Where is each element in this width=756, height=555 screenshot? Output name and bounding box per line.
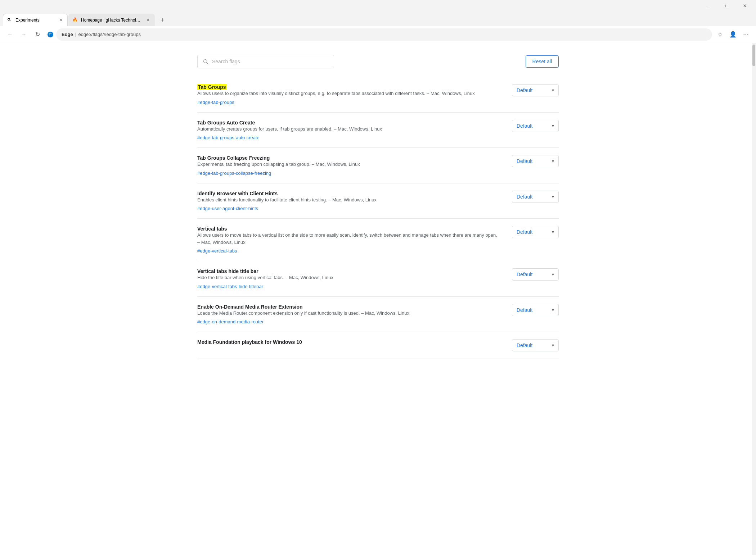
flag-control[interactable]: Default ▾ <box>512 304 559 316</box>
flag-link[interactable]: #edge-tab-groups <box>197 100 234 105</box>
flag-control[interactable]: Default ▾ <box>512 84 559 96</box>
chevron-down-icon: ▾ <box>552 308 554 313</box>
flag-control[interactable]: Default ▾ <box>512 268 559 281</box>
flag-select-value: Default <box>517 158 532 164</box>
flag-description: Enables client hints functionality to fa… <box>197 196 498 204</box>
flag-link[interactable]: #edge-user-agent-client-hints <box>197 206 258 211</box>
flag-title: Enable On-Demand Media Router Extension <box>197 304 303 310</box>
search-container: Reset all <box>180 55 576 77</box>
flag-info: Enable On-Demand Media Router Extension … <box>197 304 498 325</box>
search-bar[interactable] <box>197 55 334 68</box>
flag-description: Hide the title bar when using vertical t… <box>197 274 498 281</box>
toolbar-right: ☆ 👤 ⋯ <box>714 29 752 40</box>
flag-title: Vertical tabs hide title bar <box>197 268 258 274</box>
chevron-down-icon: ▾ <box>552 123 554 128</box>
tab-experiments-label: Experiments <box>15 18 55 23</box>
flag-control[interactable]: Default ▾ <box>512 191 559 203</box>
tab-experiments[interactable]: ⚗ Experiments ✕ <box>3 14 68 26</box>
profile-button[interactable]: 👤 <box>727 29 739 40</box>
flag-select-flag-on-demand-media-router[interactable]: Default ▾ <box>512 304 559 316</box>
flag-title: Identify Browser with Client Hints <box>197 191 278 196</box>
flag-select-flag-vertical-tabs-hide-title-bar[interactable]: Default ▾ <box>512 268 559 281</box>
tab-experiments-close[interactable]: ✕ <box>58 17 64 23</box>
flag-select-flag-vertical-tabs[interactable]: Default ▾ <box>512 226 559 238</box>
title-bar: ─ □ ✕ <box>0 0 756 12</box>
flag-select-value: Default <box>517 229 532 235</box>
flag-item-flag-identify-browser-client-hints: Identify Browser with Client Hints Enabl… <box>197 183 559 219</box>
flag-select-value: Default <box>517 87 532 93</box>
flag-description: Allows users to organize tabs into visua… <box>197 90 498 97</box>
ghacks-tab-icon: 🔥 <box>72 17 78 23</box>
search-input[interactable] <box>212 59 329 64</box>
chevron-down-icon: ▾ <box>552 229 554 235</box>
flags-list: Tab Groups Allows users to organize tabs… <box>180 77 576 359</box>
new-tab-button[interactable]: + <box>157 15 168 25</box>
flag-select-value: Default <box>517 123 532 129</box>
address-url: edge://flags/#edge-tab-groups <box>78 32 140 37</box>
chevron-down-icon: ▾ <box>552 88 554 93</box>
page-content: Reset all Tab Groups Allows users to org… <box>0 43 756 555</box>
toolbar: ← → ↻ Edge | edge://flags/#edge-tab-grou… <box>0 26 756 43</box>
minimize-button[interactable]: ─ <box>701 0 717 12</box>
address-brand: Edge <box>62 32 73 37</box>
address-bar[interactable]: Edge | edge://flags/#edge-tab-groups <box>56 28 712 41</box>
chevron-down-icon: ▾ <box>552 343 554 348</box>
flag-description: Loads the Media Router component extensi… <box>197 310 498 317</box>
flag-title: Tab Groups Auto Create <box>197 120 255 126</box>
flag-select-flag-tab-groups-auto-create[interactable]: Default ▾ <box>512 120 559 132</box>
flag-select-flag-tab-groups-collapse-freezing[interactable]: Default ▾ <box>512 155 559 167</box>
flag-info: Identify Browser with Client Hints Enabl… <box>197 191 498 211</box>
tab-ghacks[interactable]: 🔥 Homepage | gHacks Technology ✕ <box>68 14 155 26</box>
flag-info: Vertical tabs hide title bar Hide the ti… <box>197 268 498 289</box>
back-button[interactable]: ← <box>4 29 16 40</box>
flag-description: Experimental tab freezing upon collapsin… <box>197 161 498 168</box>
chevron-down-icon: ▾ <box>552 194 554 199</box>
flag-link[interactable]: #edge-tab-groups-collapse-freezing <box>197 170 271 176</box>
flag-link[interactable]: #edge-vertical-tabs <box>197 248 237 254</box>
reset-all-button[interactable]: Reset all <box>526 55 559 68</box>
browser-content: Reset all Tab Groups Allows users to org… <box>0 43 756 555</box>
flag-title: Tab Groups <box>197 84 227 90</box>
flag-link[interactable]: #edge-vertical-tabs-hide-titlebar <box>197 284 263 289</box>
flag-item-flag-media-foundation-playback: Media Foundation playback for Windows 10… <box>197 332 559 359</box>
edge-logo <box>47 31 54 38</box>
maximize-button[interactable]: □ <box>719 0 735 12</box>
flag-description: Automatically creates groups for users, … <box>197 126 498 133</box>
flag-info: Tab Groups Allows users to organize tabs… <box>197 84 498 105</box>
address-text: Edge | edge://flags/#edge-tab-groups <box>62 32 141 37</box>
flag-item-flag-on-demand-media-router: Enable On-Demand Media Router Extension … <box>197 297 559 332</box>
flag-select-flag-media-foundation-playback[interactable]: Default ▾ <box>512 339 559 351</box>
flag-select-flag-tab-groups[interactable]: Default ▾ <box>512 84 559 96</box>
flag-control[interactable]: Default ▾ <box>512 155 559 167</box>
tab-bar: ⚗ Experiments ✕ 🔥 Homepage | gHacks Tech… <box>0 12 756 26</box>
svg-line-1 <box>207 63 208 64</box>
close-button[interactable]: ✕ <box>737 0 753 12</box>
favorites-button[interactable]: ☆ <box>714 29 726 40</box>
flag-select-value: Default <box>517 307 532 313</box>
flag-control[interactable]: Default ▾ <box>512 120 559 132</box>
chevron-down-icon: ▾ <box>552 272 554 277</box>
flag-select-value: Default <box>517 194 532 200</box>
flag-item-flag-vertical-tabs: Vertical tabs Allows users to move tabs … <box>197 219 559 261</box>
flag-title: Vertical tabs <box>197 226 227 232</box>
chevron-down-icon: ▾ <box>552 159 554 164</box>
flag-item-flag-tab-groups-auto-create: Tab Groups Auto Create Automatically cre… <box>197 113 559 148</box>
flag-control[interactable]: Default ▾ <box>512 339 559 351</box>
flag-item-flag-vertical-tabs-hide-title-bar: Vertical tabs hide title bar Hide the ti… <box>197 261 559 297</box>
scrollbar[interactable] <box>752 43 756 555</box>
flag-control[interactable]: Default ▾ <box>512 226 559 238</box>
menu-button[interactable]: ⋯ <box>740 29 752 40</box>
search-icon <box>203 59 208 64</box>
flag-link[interactable]: #edge-on-demand-media-router <box>197 319 264 324</box>
flag-info: Tab Groups Collapse Freezing Experimenta… <box>197 155 498 176</box>
refresh-button[interactable]: ↻ <box>32 29 43 40</box>
experiments-tab-icon: ⚗ <box>7 17 13 23</box>
flag-select-value: Default <box>517 272 532 277</box>
flag-link[interactable]: #edge-tab-groups-auto-create <box>197 135 260 140</box>
scrollbar-thumb[interactable] <box>752 45 755 66</box>
flag-title: Tab Groups Collapse Freezing <box>197 155 270 161</box>
flag-description: Allows users to move tabs to a vertical … <box>197 232 498 246</box>
tab-ghacks-close[interactable]: ✕ <box>145 17 151 23</box>
flag-select-flag-identify-browser-client-hints[interactable]: Default ▾ <box>512 191 559 203</box>
forward-button[interactable]: → <box>18 29 30 40</box>
